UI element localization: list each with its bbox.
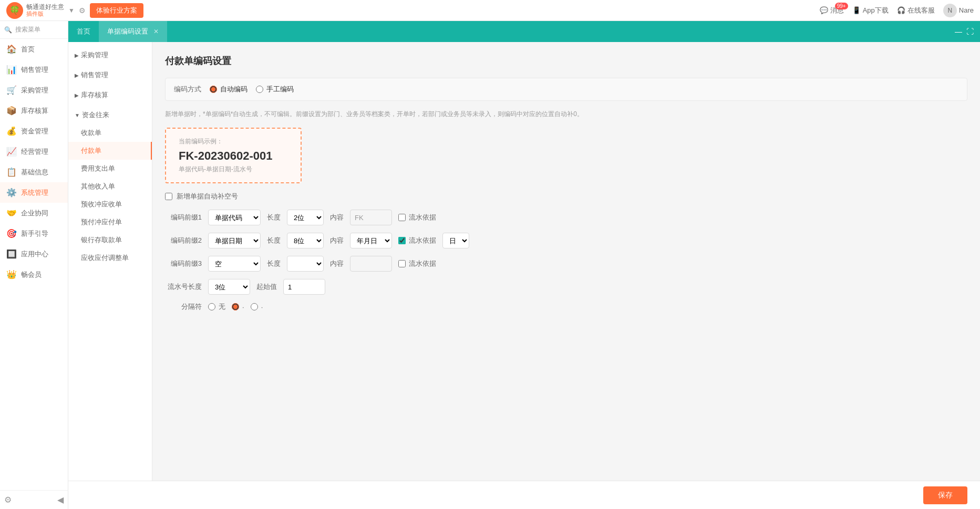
logo-icon: 🍀 bbox=[6, 2, 23, 19]
tab-code-settings[interactable]: 单据编码设置 ✕ bbox=[99, 21, 167, 42]
tab-home[interactable]: 首页 bbox=[68, 21, 99, 42]
code-preview-label: 当前编码示例： bbox=[179, 137, 288, 146]
tab-bar: 首页 单据编码设置 ✕ — ⛶ bbox=[68, 21, 980, 42]
inventory-icon: 📦 bbox=[6, 106, 17, 116]
code-preview-box: 当前编码示例： FK-20230602-001 单据代码-单据日期-流水号 bbox=[165, 128, 302, 183]
sub-sidebar-fund-title[interactable]: ▼ 资金往来 bbox=[68, 106, 152, 124]
prefix1-label: 编码前缀1 bbox=[165, 213, 202, 222]
home-icon: 🏠 bbox=[6, 44, 17, 54]
sidebar-item-enterprise[interactable]: 🤝 企业协同 bbox=[0, 203, 68, 223]
sub-sidebar: ▶ 采购管理 ▶ 销售管理 ▶ 库存核算 bbox=[68, 42, 152, 481]
sidebar-item-purchase[interactable]: 🛒 采购管理 bbox=[0, 80, 68, 100]
manual-code-radio[interactable]: 手工编码 bbox=[256, 85, 294, 94]
info-text: 新增单据时，*单据编码*自动生成，不可编辑。前缀设置为部门、业务员等档案类，开单… bbox=[165, 109, 967, 119]
sidebar-item-finance[interactable]: 💰 资金管理 bbox=[0, 121, 68, 141]
prefix2-stream-checkbox[interactable]: 流水依据 bbox=[398, 236, 436, 245]
sidebar-item-sales[interactable]: 📊 销售管理 bbox=[0, 59, 68, 80]
sidebar-item-system[interactable]: ⚙️ 系统管理 bbox=[0, 182, 68, 203]
separator-dot-radio[interactable]: · bbox=[232, 303, 244, 311]
prefix3-row: 编码前缀3 空 长度 内容 流水依据 bbox=[165, 256, 967, 272]
prefix2-stream-unit-select[interactable]: 日 bbox=[442, 233, 469, 248]
headset-icon: 🎧 bbox=[897, 6, 905, 14]
sales-icon: 📊 bbox=[6, 65, 17, 75]
user-avatar[interactable]: N Nare bbox=[943, 4, 974, 17]
sidebar-item-home[interactable]: 🏠 首页 bbox=[0, 39, 68, 59]
app-download-button[interactable]: 📱 App下载 bbox=[852, 6, 889, 15]
chevron-down-icon-fund: ▼ bbox=[75, 112, 80, 118]
serial-length-select[interactable]: 3位 bbox=[208, 279, 250, 295]
message-badge: 99+ bbox=[835, 3, 848, 9]
sub-sidebar-group-fund: ▼ 资金往来 收款单 付款单 费用支出单 其他收入单 预收冲应收单 预付冲应付单… bbox=[68, 106, 152, 267]
sidebar-item-guide[interactable]: 🎯 新手引导 bbox=[0, 223, 68, 244]
logo-text: 畅通道好生意 插件版 bbox=[26, 3, 64, 18]
phone-icon: 📱 bbox=[852, 6, 861, 14]
collapse-sidebar-icon[interactable]: ◀ bbox=[57, 495, 64, 505]
sidebar-item-apps[interactable]: 🔲 应用中心 bbox=[0, 244, 68, 264]
start-value-label: 起始值 bbox=[256, 282, 277, 292]
serial-row: 流水号长度 3位 起始值 bbox=[165, 279, 967, 295]
sub-sidebar-item-payment[interactable]: 付款单 bbox=[68, 142, 152, 160]
prefix3-length-select[interactable] bbox=[287, 256, 324, 272]
settings-footer-icon[interactable]: ⚙ bbox=[4, 495, 12, 505]
dropdown-arrow-icon[interactable]: ▼ bbox=[68, 7, 75, 14]
prefix2-content-select[interactable]: 年月日 bbox=[350, 233, 392, 248]
sidebar-item-basic-info[interactable]: 📋 基础信息 bbox=[0, 162, 68, 182]
top-bar: 🍀 畅通道好生意 插件版 ▼ ⚙ 体验行业方案 💬 消息 99+ 📱 App下载… bbox=[0, 0, 980, 21]
message-button[interactable]: 💬 消息 99+ bbox=[820, 6, 844, 15]
tab-maximize-icon[interactable]: ⛶ bbox=[966, 27, 974, 36]
tab-minimize-icon[interactable]: — bbox=[955, 27, 962, 36]
prefix2-length-select[interactable]: 8位 bbox=[287, 233, 324, 248]
experience-button[interactable]: 体验行业方案 bbox=[90, 3, 143, 18]
basic-info-icon: 📋 bbox=[6, 167, 17, 177]
code-preview-value: FK-20230602-001 bbox=[179, 149, 288, 163]
prefix1-select[interactable]: 单据代码 bbox=[208, 210, 261, 225]
sub-sidebar-item-receipt[interactable]: 收款单 bbox=[68, 124, 152, 142]
prefix3-select[interactable]: 空 bbox=[208, 256, 261, 272]
prefix2-label: 编码前缀2 bbox=[165, 236, 202, 245]
sub-sidebar-purchase-title[interactable]: ▶ 采购管理 bbox=[68, 46, 152, 64]
settings-gear-icon[interactable]: ⚙ bbox=[79, 6, 86, 15]
prefix3-content-label: 内容 bbox=[330, 259, 344, 268]
auto-fill-row: 新增单据自动补空号 bbox=[165, 192, 967, 201]
prefix3-label: 编码前缀3 bbox=[165, 259, 202, 268]
sub-sidebar-group-stock: ▶ 库存核算 bbox=[68, 86, 152, 104]
code-method-row: 编码方式 自动编码 手工编码 bbox=[165, 78, 967, 101]
message-icon: 💬 bbox=[820, 6, 828, 14]
auto-fill-label: 新增单据自动补空号 bbox=[177, 192, 238, 201]
tab-close-icon[interactable]: ✕ bbox=[153, 28, 159, 35]
sub-sidebar-item-adjust[interactable]: 应收应付调整单 bbox=[68, 249, 152, 267]
separator-none-radio[interactable]: 无 bbox=[208, 302, 225, 311]
bottom-bar: 保存 bbox=[68, 481, 980, 509]
prefix2-select[interactable]: 单据日期 bbox=[208, 233, 261, 248]
sidebar-search[interactable]: 🔍 搜索菜单 bbox=[0, 21, 68, 39]
prefix3-length-label: 长度 bbox=[267, 259, 281, 268]
prefix1-content-input[interactable] bbox=[350, 210, 392, 225]
sub-sidebar-item-bank[interactable]: 银行存取款单 bbox=[68, 231, 152, 249]
search-icon: 🔍 bbox=[4, 26, 12, 34]
sidebar: 🔍 搜索菜单 🏠 首页 📊 销售管理 🛒 采购管理 📦 库存核算 💰 资金管理 … bbox=[0, 21, 68, 509]
prefix1-length-select[interactable]: 2位 bbox=[287, 210, 324, 225]
prefix3-stream-checkbox[interactable]: 流水依据 bbox=[398, 259, 436, 268]
sidebar-item-operations[interactable]: 📈 经营管理 bbox=[0, 141, 68, 162]
prefix2-length-label: 长度 bbox=[267, 236, 281, 245]
online-service-button[interactable]: 🎧 在线客服 bbox=[897, 6, 935, 15]
prefix1-stream-checkbox[interactable]: 流水依据 bbox=[398, 213, 436, 222]
sidebar-item-member[interactable]: 👑 畅会员 bbox=[0, 264, 68, 285]
sub-sidebar-item-expense[interactable]: 费用支出单 bbox=[68, 160, 152, 178]
sub-sidebar-item-pre-receipt[interactable]: 预收冲应收单 bbox=[68, 195, 152, 213]
auto-fill-checkbox[interactable] bbox=[165, 193, 172, 200]
start-value-input[interactable] bbox=[283, 279, 325, 295]
sub-sidebar-item-pre-payment[interactable]: 预付冲应付单 bbox=[68, 213, 152, 231]
sub-sidebar-stock-title[interactable]: ▶ 库存核算 bbox=[68, 86, 152, 104]
prefix1-row: 编码前缀1 单据代码 长度 2位 内容 流水依据 bbox=[165, 210, 967, 225]
sub-sidebar-item-income[interactable]: 其他收入单 bbox=[68, 178, 152, 195]
page-title: 付款单编码设置 bbox=[165, 55, 967, 67]
auto-code-radio[interactable]: 自动编码 bbox=[210, 85, 247, 94]
save-button[interactable]: 保存 bbox=[923, 486, 967, 504]
apps-icon: 🔲 bbox=[6, 249, 17, 259]
prefix3-content-input[interactable] bbox=[350, 256, 392, 272]
separator-dash-radio[interactable]: · bbox=[251, 303, 263, 311]
serial-label: 流水号长度 bbox=[165, 282, 202, 292]
sidebar-item-inventory[interactable]: 📦 库存核算 bbox=[0, 100, 68, 121]
sub-sidebar-sales-title[interactable]: ▶ 销售管理 bbox=[68, 66, 152, 84]
